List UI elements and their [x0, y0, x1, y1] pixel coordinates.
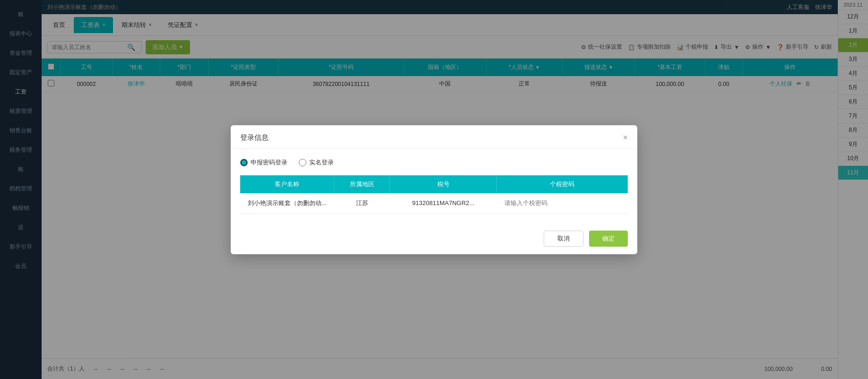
dth-tax-id: 税号	[390, 175, 496, 193]
tax-password-input[interactable]	[504, 199, 620, 207]
login-type-radio-group: 申报密码登录 实名登录	[240, 158, 628, 167]
modal-title: 登录信息	[240, 133, 269, 142]
dialog-table-header: 客户名称 所属地区 税号 个税密码	[240, 175, 628, 193]
modal-footer: 取消 确定	[231, 223, 637, 254]
dth-region: 所属地区	[334, 175, 390, 193]
dialog-table-row: 刘小艳演示账套（勿删勿动... 江苏 91320811MA7NGR2...	[240, 193, 628, 214]
dialog-tax-id: 91320811MA7NGR2...	[390, 193, 496, 214]
radio-option-realname[interactable]: 实名登录	[299, 158, 334, 167]
radio-input-realname[interactable]	[299, 159, 306, 166]
modal-overlay: 登录信息 × 申报密码登录 实名登录 客户名称 所属	[0, 0, 868, 379]
cancel-button[interactable]: 取消	[544, 231, 583, 247]
dth-tax-pwd: 个税密码	[497, 175, 628, 193]
dialog-tax-pwd-input-cell[interactable]	[497, 193, 628, 214]
modal-body: 申报密码登录 实名登录 客户名称 所属地区 税号 个税密码	[231, 149, 637, 223]
dth-client-name: 客户名称	[240, 175, 334, 193]
radio-option-password[interactable]: 申报密码登录	[240, 158, 287, 167]
login-info-table: 客户名称 所属地区 税号 个税密码 刘小艳演示账套（勿删勿动... 江苏 913…	[240, 175, 628, 214]
modal-header: 登录信息 ×	[231, 125, 637, 149]
modal-close-button[interactable]: ×	[623, 133, 628, 143]
radio-input-password[interactable]	[240, 159, 248, 166]
login-modal: 登录信息 × 申报密码登录 实名登录 客户名称 所属	[231, 125, 637, 254]
dialog-region: 江苏	[334, 193, 390, 214]
dialog-client-name: 刘小艳演示账套（勿删勿动...	[240, 193, 334, 214]
confirm-button[interactable]: 确定	[589, 231, 628, 247]
